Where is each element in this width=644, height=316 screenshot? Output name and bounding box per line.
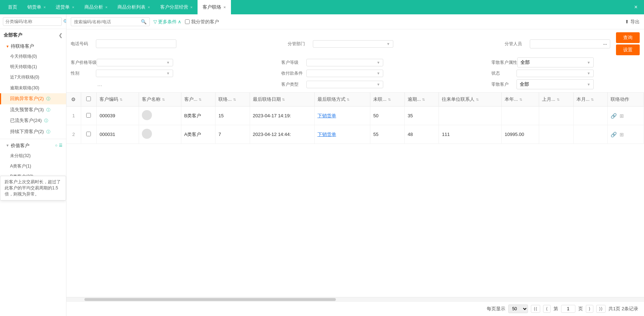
col-overdue[interactable]: 逾期... ⇅ [404,93,439,107]
sidebar-all-customers[interactable]: 全部客户 ❮ [0,29,66,41]
window-close-button[interactable]: × [631,4,641,10]
col-this-month[interactable]: 本月... ⇅ [573,93,608,107]
person-select[interactable]: ··· [530,39,610,48]
sort-icon[interactable]: ⇅ [476,98,479,102]
action-link-icon[interactable]: 🔗 [611,132,617,137]
nav-product-analysis-list[interactable]: 商品分析列表 × [112,0,155,14]
action-grid-icon[interactable]: ⊞ [620,132,624,137]
first-page-button[interactable]: ⟨⟨ [531,305,540,313]
sidebar-item-abnormal-repurchase[interactable]: 回购异常客户(2) ⓘ [0,93,66,104]
last-page-button[interactable]: ⟩⟩ [596,305,606,313]
row-checkbox-cell[interactable] [81,107,97,125]
close-icon[interactable]: × [43,5,46,9]
row-checkbox[interactable] [86,132,91,136]
sort-icon[interactable]: ⇅ [233,98,236,102]
retail-attr-select[interactable]: 全部 ▼ [517,57,594,67]
phone-input[interactable] [96,39,176,48]
customer-type-select[interactable]: ▼ [306,81,384,88]
action-link-icon[interactable]: 🔗 [611,113,617,119]
info-icon[interactable]: ⓘ [46,129,50,134]
page-size-select[interactable]: 50 100 [508,305,528,313]
status-select[interactable]: ▼ [516,70,594,77]
nav-home[interactable]: 首页 [3,0,22,14]
nav-customer-segmentation[interactable]: 客户分层经营 × [155,0,198,14]
sidebar-item-class-a[interactable]: A类客户(1) [0,161,66,171]
col-contact-count[interactable]: 联络... ⇅ [216,93,250,107]
retail-customer-select[interactable]: 全部 ▼ [516,79,594,89]
sort-icon[interactable]: ⇅ [557,98,560,102]
search-icon[interactable]: 🔍 [141,19,147,24]
sidebar-item-tomorrow[interactable]: 明天待联络(1) [0,62,66,72]
sidebar-item-overdue[interactable]: 逾期未联络(30) [0,83,66,93]
sidebar-item-7days[interactable]: 近7天待联络(0) [0,72,66,82]
sort-icon[interactable]: ⇅ [519,98,522,102]
search-box[interactable]: 🔍 [71,17,150,26]
customer-level-select[interactable]: ▼ [306,59,384,66]
sort-icon[interactable]: ⇅ [120,98,122,102]
sidebar-search-input[interactable] [3,17,62,26]
info-icon[interactable]: ⓘ [46,96,50,101]
sort-icon[interactable]: ⇅ [422,98,425,102]
action-grid-icon[interactable]: ⊞ [620,113,624,119]
sort-icon[interactable]: ⇅ [199,98,201,102]
my-customers-check[interactable] [185,19,190,24]
col-partner-contact[interactable]: 往来单位联系人 ⇅ [439,93,502,107]
sidebar-item-unclassified[interactable]: 未分组(32) [0,151,66,161]
export-button[interactable]: ⬆ 导出 [625,19,640,25]
more-conditions-button[interactable]: ▽ 更多条件 ∧ [153,19,181,25]
sidebar-group-pending[interactable]: ▼ 待联络客户 [0,41,66,51]
sidebar-group-value-customers[interactable]: ▼ 价值客户 ○ ☰ [0,141,66,151]
close-icon[interactable]: × [72,5,74,9]
sort-icon[interactable]: ⇅ [162,98,165,102]
col-name[interactable]: 客户名称 ⇅ [139,93,181,107]
scrollbar-thumb[interactable] [84,298,336,301]
page-number-input[interactable] [561,305,575,313]
col-this-year[interactable]: 本年... ⇅ [502,93,539,107]
sort-icon[interactable]: ⇅ [388,98,391,102]
sidebar-search-icon[interactable]: 🔍 [63,19,66,24]
horizontal-scrollbar[interactable] [66,297,644,301]
info-icon[interactable]: ⓘ [46,108,50,112]
close-icon[interactable]: × [105,5,107,9]
nav-purchase-order[interactable]: 进货单 × [51,0,79,14]
col-uncontacted[interactable]: 未联... ⇅ [370,93,405,107]
prev-page-button[interactable]: ⟨ [543,305,551,313]
settings-gear-icon[interactable]: ⚙ [71,96,76,102]
nav-sales-order[interactable]: 销货单 × [22,0,51,14]
sort-icon[interactable]: ⇅ [347,98,349,102]
close-icon[interactable]: × [148,5,150,9]
table-wrapper[interactable]: ⚙ 客户编码 ⇅ 客户名称 ⇅ [66,93,644,297]
col-customer-type[interactable]: 客户... ⇅ [181,93,216,107]
col-checkbox[interactable] [81,93,97,107]
gender-select[interactable]: ▼ [96,70,173,77]
sidebar-item-churn-warning[interactable]: 流失预警客户(3) ⓘ [0,104,66,115]
row-last-contact-method[interactable]: 下销货单 [314,125,370,144]
row-checkbox-cell[interactable] [81,125,97,144]
my-customers-checkbox[interactable]: 我分管的客户 [185,19,219,25]
nav-product-analysis[interactable]: 商品分析 × [79,0,112,14]
next-page-button[interactable]: ⟩ [586,305,593,313]
col-last-month[interactable]: 上月... ⇅ [539,93,574,107]
row-last-contact-method[interactable]: 下销货单 [314,107,370,125]
sidebar-item-declining[interactable]: 持续下滑客户(2) ⓘ [0,126,66,137]
department-select[interactable]: ▼ [313,40,393,48]
query-button[interactable]: 查询 [616,32,640,43]
sidebar-item-today[interactable]: 今天待联络(0) [0,51,66,62]
select-all-checkbox[interactable] [86,96,91,101]
col-code[interactable]: 客户编码 ⇅ [97,93,139,107]
close-icon[interactable]: × [223,5,226,9]
edit-value-group-icon[interactable]: ○ [55,143,57,148]
manage-value-group-icon[interactable]: ☰ [59,143,62,148]
search-input[interactable] [74,19,141,24]
collapse-icon[interactable]: ❮ [59,33,62,38]
info-icon[interactable]: ⓘ [44,118,48,123]
row-checkbox[interactable] [86,113,91,118]
payment-select[interactable]: ▼ [306,70,384,77]
sort-icon[interactable]: ⇅ [591,98,594,102]
close-icon[interactable]: × [190,5,193,9]
more-dots-button[interactable]: ... [96,81,103,88]
col-last-contact-method[interactable]: 最后联络方式 ⇅ [314,93,370,107]
price-level-select[interactable]: ▼ [97,59,173,66]
col-settings[interactable]: ⚙ [66,93,81,107]
sort-icon[interactable]: ⇅ [282,98,285,102]
